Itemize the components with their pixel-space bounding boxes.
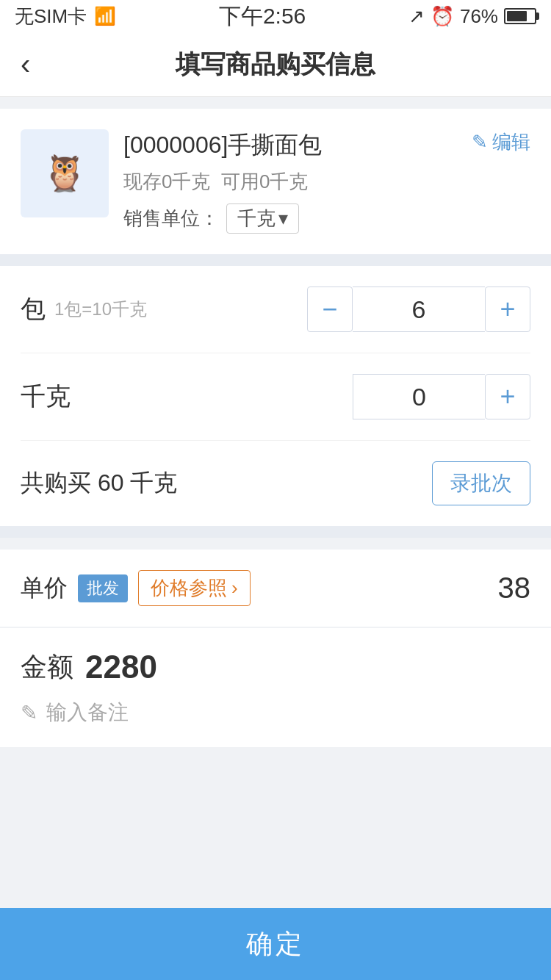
bag-plus-button[interactable]: + <box>485 287 530 332</box>
amount-section: 金额 2280 ✎ 输入备注 <box>0 628 551 747</box>
kg-input[interactable] <box>353 374 485 419</box>
summary-section: 共购买 60 千克 录批次 <box>0 441 551 526</box>
kg-plus-button[interactable]: + <box>485 374 530 419</box>
confirm-bar[interactable]: 确定 <box>0 908 551 980</box>
product-image: 🦉 <box>21 129 109 217</box>
unit-selector[interactable]: 千克 ▾ <box>226 203 299 234</box>
back-button[interactable]: ‹ <box>21 48 30 81</box>
battery-percent: 76% <box>460 5 498 28</box>
kg-controls: + <box>353 374 530 419</box>
confirm-button[interactable]: 确定 <box>246 926 305 962</box>
amount-value: 2280 <box>85 649 157 685</box>
batch-button[interactable]: 录批次 <box>432 461 530 505</box>
kg-input-row: 千克 + <box>21 353 530 441</box>
bag-input-row: 包 1包=10千克 − + <box>21 266 530 353</box>
bag-hint: 1包=10千克 <box>54 298 147 321</box>
edit-icon: ✎ <box>472 131 488 154</box>
status-bar: 无SIM卡 📶 下午2:56 ↗ ⏰ 76% <box>0 0 551 32</box>
alarm-icon: ⏰ <box>431 5 454 28</box>
product-unit: 销售单位： 千克 ▾ <box>123 203 530 234</box>
wifi-icon: 📶 <box>94 6 116 26</box>
product-logo: 🦉 <box>43 153 87 194</box>
edit-button[interactable]: ✎ 编辑 <box>472 129 530 155</box>
price-row: 单价 批发 价格参照 › 38 <box>21 570 530 606</box>
price-type-badge: 批发 <box>78 574 128 602</box>
product-info: [0000006]手撕面包 现存0千克 可用0千克 销售单位： 千克 ▾ <box>123 129 530 234</box>
price-reference-button[interactable]: 价格参照 › <box>138 570 251 606</box>
amount-row: 金额 2280 <box>21 649 530 685</box>
price-label: 单价 <box>21 572 68 605</box>
pencil-icon: ✎ <box>21 701 37 725</box>
kg-label: 千克 <box>21 380 71 414</box>
carrier-label: 无SIM卡 <box>15 4 87 29</box>
battery-icon <box>504 8 536 24</box>
status-right: ↗ ⏰ 76% <box>408 5 536 28</box>
bag-controls: − + <box>307 287 530 332</box>
nav-bar: ‹ 填写商品购买信息 <box>0 32 551 97</box>
bag-label: 包 1包=10千克 <box>21 292 147 326</box>
product-stock: 现存0千克 可用0千克 <box>123 169 530 195</box>
remark-row[interactable]: ✎ 输入备注 <box>21 699 530 727</box>
amount-label: 金额 <box>21 649 73 685</box>
location-icon: ↗ <box>408 5 425 28</box>
status-left: 无SIM卡 📶 <box>15 4 116 29</box>
price-left: 单价 批发 价格参照 › <box>21 570 251 606</box>
status-time: 下午2:56 <box>219 1 306 32</box>
section-divider-1 <box>0 254 551 266</box>
bag-minus-button[interactable]: − <box>307 287 353 332</box>
remark-label: 输入备注 <box>46 699 129 727</box>
product-card: 🦉 [0000006]手撕面包 现存0千克 可用0千克 销售单位： 千克 ▾ ✎… <box>0 109 551 254</box>
page-title: 填写商品购买信息 <box>176 48 375 82</box>
section-divider-2 <box>0 526 551 538</box>
product-name: [0000006]手撕面包 <box>123 129 530 162</box>
bag-input[interactable] <box>353 287 485 332</box>
summary-text: 共购买 60 千克 <box>21 467 177 500</box>
price-value: 38 <box>498 572 531 605</box>
input-section: 包 1包=10千克 − + 千克 + <box>0 266 551 441</box>
price-section: 单价 批发 价格参照 › 38 <box>0 550 551 627</box>
